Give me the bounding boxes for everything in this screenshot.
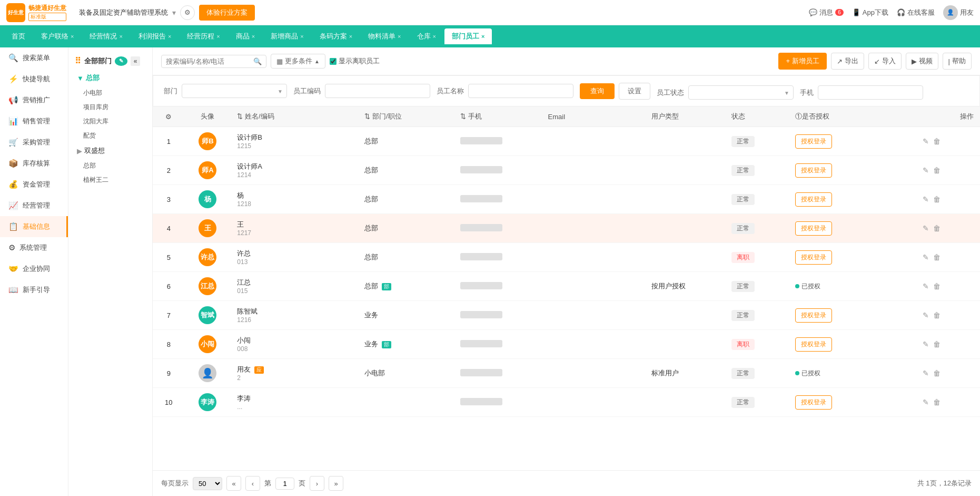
col-settings[interactable]: ⚙ (153, 106, 185, 127)
sidebar-item-guide[interactable]: 📖 新手引导 (0, 279, 68, 300)
page-number-input[interactable] (275, 478, 294, 490)
dept-child-xiangmukufang[interactable]: 项目库房 (68, 100, 152, 114)
tab-close-icon[interactable]: × (349, 33, 352, 40)
auth-login-button[interactable]: 授权登录 (795, 221, 832, 236)
last-page-button[interactable]: » (329, 476, 343, 491)
nav-tab-部门员工[interactable]: 部门员工× (444, 28, 492, 44)
sidebar-item-capital[interactable]: 💰 资金管理 (0, 174, 68, 195)
edit-icon[interactable]: ✎ (923, 311, 929, 319)
add-employee-button[interactable]: + 新增员工 (778, 53, 826, 70)
export-button[interactable]: ↗ 导出 (831, 53, 864, 70)
message-button[interactable]: 💬 消息 6 (809, 8, 844, 17)
auth-login-button[interactable]: 授权登录 (795, 134, 832, 149)
dept-child-shenyangdaku[interactable]: 沈阳大库 (68, 114, 152, 129)
edit-icon[interactable]: ✎ (923, 137, 929, 145)
sidebar-item-purchase[interactable]: 🛒 采购管理 (0, 132, 68, 153)
settings-button[interactable]: ⚙ (180, 5, 195, 20)
query-button[interactable]: 查询 (580, 83, 615, 99)
edit-icon[interactable]: ✎ (923, 369, 929, 377)
sidebar-item-search[interactable]: 🔍 搜索菜单 (0, 47, 68, 69)
nav-tab-客户联络[interactable]: 客户联络× (34, 28, 81, 44)
col-name[interactable]: ⇅ 姓名/编码 (231, 106, 358, 127)
auth-login-button[interactable]: 授权登录 (795, 163, 832, 178)
dept-collapse-btn[interactable]: « (131, 56, 140, 66)
dept-node-shuangshengxiang[interactable]: ▶ 双盛想 (68, 143, 152, 159)
dept-node-zongbu-parent[interactable]: ▼ 总部 (68, 70, 152, 86)
phone-input[interactable] (818, 85, 923, 100)
col-dept[interactable]: ⇅ 部门/职位 (358, 106, 454, 127)
delete-icon[interactable]: 🗑 (933, 137, 941, 145)
online-service-button[interactable]: 🎧 在线客服 (897, 8, 935, 17)
auth-login-button[interactable]: 授权登录 (795, 192, 832, 207)
delete-icon[interactable]: 🗑 (933, 369, 941, 377)
delete-icon[interactable]: 🗑 (933, 166, 941, 174)
edit-icon[interactable]: ✎ (923, 195, 929, 203)
edit-icon[interactable]: ✎ (923, 224, 929, 232)
auth-login-button[interactable]: 授权登录 (795, 395, 832, 410)
set-button[interactable]: 设置 (619, 83, 650, 100)
empstatus-select[interactable] (688, 85, 794, 100)
sidebar-item-sales[interactable]: 📊 销售管理 (0, 111, 68, 132)
edit-icon[interactable]: ✎ (923, 253, 929, 261)
nav-tab-仓库[interactable]: 仓库× (410, 28, 443, 44)
prev-page-button[interactable]: ‹ (245, 476, 260, 491)
delete-icon[interactable]: 🗑 (933, 311, 941, 319)
delete-icon[interactable]: 🗑 (933, 195, 941, 203)
edit-icon[interactable]: ✎ (923, 282, 929, 290)
delete-icon[interactable]: 🗑 (933, 340, 941, 348)
edit-icon[interactable]: ✎ (923, 398, 929, 406)
page-size-select[interactable]: 50 20 100 (193, 477, 222, 490)
tab-close-icon[interactable]: × (168, 33, 171, 40)
auth-login-button[interactable]: 授权登录 (795, 308, 832, 323)
app-download-button[interactable]: 📱 App下载 (852, 8, 888, 17)
delete-icon[interactable]: 🗑 (933, 253, 941, 261)
trial-button[interactable]: 体验行业方案 (199, 5, 255, 21)
edit-icon[interactable]: ✎ (923, 166, 929, 174)
tab-close-icon[interactable]: × (300, 33, 303, 40)
nav-tab-经营历程[interactable]: 经营历程× (180, 28, 227, 44)
sidebar-item-nav[interactable]: ⚡ 快捷导航 (0, 69, 68, 90)
tab-close-icon[interactable]: × (252, 33, 255, 40)
auth-login-button[interactable]: 授权登录 (795, 337, 832, 352)
delete-icon[interactable]: 🗑 (933, 282, 941, 290)
delete-icon[interactable]: 🗑 (933, 398, 941, 406)
empcode-input[interactable] (325, 84, 430, 98)
nav-tab-利润报告[interactable]: 利润报告× (131, 28, 179, 44)
nav-tab-条码方案[interactable]: 条码方案× (312, 28, 360, 44)
auth-login-button[interactable]: 授权登录 (795, 250, 832, 265)
edit-icon[interactable]: ✎ (923, 340, 929, 348)
sidebar-item-cooperate[interactable]: 🤝 企业协同 (0, 258, 68, 279)
nav-tab-商品[interactable]: 商品× (229, 28, 262, 44)
col-phone[interactable]: ⇅ 手机 (454, 106, 541, 127)
nav-tab-新增商品[interactable]: 新增商品× (263, 28, 311, 44)
video-button[interactable]: ▶ 视频 (906, 53, 938, 70)
dept-edit-icon[interactable]: ✎ (115, 56, 127, 66)
tab-close-icon[interactable]: × (398, 33, 401, 40)
sidebar-item-operation[interactable]: 📈 经营管理 (0, 195, 68, 216)
nav-tab-经营情况[interactable]: 经营情况× (82, 28, 130, 44)
tab-close-icon[interactable]: × (433, 33, 436, 40)
tab-close-icon[interactable]: × (71, 33, 74, 40)
user-menu[interactable]: 👤 用友 (943, 5, 974, 20)
sidebar-item-system[interactable]: ⚙ 系统管理 (0, 237, 68, 258)
delete-icon[interactable]: 🗑 (933, 224, 941, 232)
nav-tab-首页[interactable]: 首页 (4, 28, 33, 44)
first-page-button[interactable]: « (226, 476, 241, 491)
next-page-button[interactable]: › (310, 476, 324, 491)
more-filter-button[interactable]: ▦ 更多条件 ▲ (271, 54, 325, 69)
sidebar-item-marketing[interactable]: 📢 营销推广 (0, 90, 68, 111)
show-resign-checkbox[interactable] (330, 58, 336, 65)
nav-tab-物料清单[interactable]: 物料清单× (361, 28, 408, 44)
tab-close-icon[interactable]: × (481, 33, 484, 40)
empname-input[interactable] (468, 84, 573, 98)
help-button[interactable]: | 帮助 (943, 53, 972, 70)
dept-child-xiaodibu[interactable]: 小电部 (68, 86, 152, 100)
import-button[interactable]: ↙ 导入 (868, 53, 902, 70)
dept-select[interactable] (182, 84, 287, 98)
tab-close-icon[interactable]: × (119, 33, 122, 40)
tab-close-icon[interactable]: × (216, 33, 220, 40)
search-input[interactable] (166, 57, 250, 65)
dept-child-zhishuwangsan[interactable]: 植树王二 (68, 173, 152, 187)
sidebar-item-stock[interactable]: 📦 库存核算 (0, 153, 68, 174)
dept-child-peihuo[interactable]: 配货 (68, 129, 152, 143)
